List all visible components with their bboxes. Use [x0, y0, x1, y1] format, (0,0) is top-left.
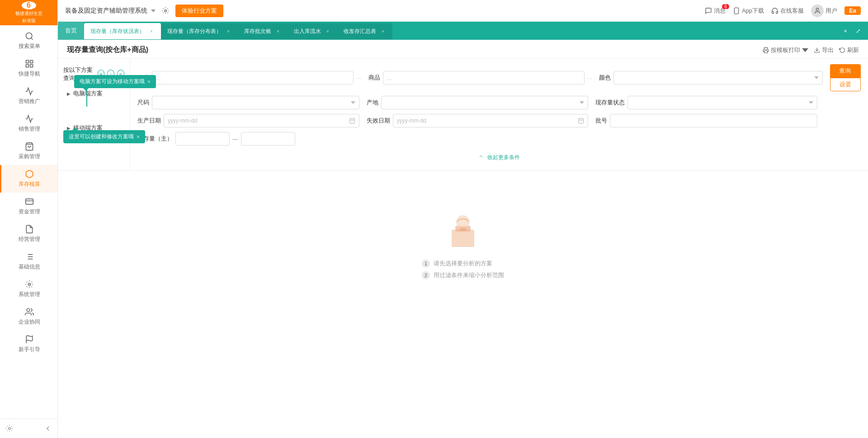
- settings-button[interactable]: [159, 5, 172, 17]
- inventory-main-input-start[interactable]: [175, 132, 230, 146]
- svg-point-15: [28, 283, 31, 286]
- sidebar-item-operation[interactable]: 经营管理: [0, 220, 57, 248]
- goods-label: 商品: [368, 74, 380, 82]
- sidebar-bottom: [0, 419, 57, 438]
- origin-select[interactable]: [381, 96, 589, 109]
- message-icon: [705, 7, 712, 14]
- top-header: 装备及固定资产辅助管理系统 体验行业方案 消息 6 App下载 在线客服: [58, 0, 868, 22]
- size-select[interactable]: [152, 96, 359, 109]
- tab-inout-flow[interactable]: 出入库流水 ×: [288, 23, 337, 39]
- production-date-input[interactable]: yyyy-mm-dd: [164, 114, 359, 127]
- sidebar-item-enterprise[interactable]: 企业协同: [0, 303, 57, 330]
- tab-inventory-dist[interactable]: 现存量（库存分布表） ×: [161, 23, 238, 39]
- user-avatar: [811, 5, 824, 17]
- online-support-action[interactable]: 在线客服: [771, 7, 804, 15]
- sidebar-item-sales[interactable]: 销售管理: [0, 110, 57, 137]
- tab-expand-icon[interactable]: ⤢: [854, 26, 863, 35]
- sidebar-item-inventory[interactable]: 库存核算: [0, 165, 57, 193]
- sidebar-item-system[interactable]: 系统管理: [0, 275, 57, 303]
- calendar-icon-2: [578, 118, 584, 124]
- empty-state: 1 请先选择要分析的方案 2 用过滤条件来缩小分析范围: [58, 171, 868, 316]
- tab-close-inventory-status[interactable]: ×: [148, 28, 155, 34]
- sidebar-item-guide[interactable]: 新手引导: [0, 330, 57, 358]
- sidebar-item-marketing[interactable]: 营销推广: [0, 82, 57, 110]
- page-header: 现存量查询(按仓库+商品) 按模板打印 导出 刷新: [58, 40, 868, 59]
- system-name-dropdown-icon[interactable]: [151, 9, 156, 12]
- logo-subtext: 标准版: [22, 18, 36, 24]
- filter-row-2: 尺码 产地: [137, 96, 861, 109]
- svg-point-16: [27, 309, 30, 312]
- sidebar-nav: 搜索菜单 快捷导航 营销推广 销售管理 采购管理 库存核算 资金管理 经营管理: [0, 25, 57, 419]
- tab-close-inout-flow[interactable]: ×: [325, 28, 331, 34]
- batch-no-group: 批号: [595, 114, 817, 127]
- svg-rect-7: [26, 199, 33, 204]
- tab-receivable-summary[interactable]: 收发存汇总表 ×: [337, 23, 392, 39]
- svg-rect-5: [30, 65, 33, 67]
- sidebar-item-basic[interactable]: 基础信息: [0, 248, 57, 275]
- settings-icon[interactable]: [5, 424, 14, 433]
- tooltip-create-scheme: 这里可以创建和修改方案哦 ×: [63, 130, 145, 143]
- header-left: 装备及固定资产辅助管理系统 体验行业方案: [65, 5, 699, 17]
- origin-dropdown-icon: [580, 101, 584, 104]
- color-dropdown-icon: [814, 76, 819, 79]
- inventory-main-input-end[interactable]: [241, 132, 295, 146]
- refresh-button[interactable]: 刷新: [839, 46, 859, 54]
- message-action[interactable]: 消息 6: [705, 7, 726, 15]
- svg-rect-2: [26, 61, 29, 63]
- pc-scheme-item[interactable]: ▶ 电脑端方案: [63, 88, 130, 99]
- goods-input[interactable]: ...: [383, 71, 585, 85]
- export-button[interactable]: 导出: [814, 46, 834, 54]
- search-button[interactable]: 查询: [830, 64, 861, 78]
- collapse-icon[interactable]: [44, 424, 52, 433]
- inventory-status-select[interactable]: [627, 96, 817, 109]
- user-action[interactable]: 用户: [811, 5, 837, 17]
- scheme-panel: 按以下方案查询 + ○ « 电脑方案可设为移动方案哦 × ▶ 电脑端方案: [58, 59, 130, 170]
- warehouse-dots[interactable]: ···: [356, 75, 361, 81]
- print-button[interactable]: 按模板打印: [763, 46, 808, 54]
- svg-point-18: [9, 428, 11, 430]
- svg-rect-20: [734, 8, 738, 14]
- svg-line-1: [31, 38, 33, 40]
- tab-close-batch-ledger[interactable]: ×: [275, 28, 281, 34]
- tooltip-pc-scheme: 电脑方案可设为移动方案哦 ×: [74, 75, 156, 88]
- goods-dots[interactable]: ···: [587, 75, 592, 81]
- arrow-expand2-icon: ▶: [67, 126, 71, 131]
- tab-close-inventory-dist[interactable]: ×: [225, 28, 231, 34]
- page-title: 现存量查询(按仓库+商品): [67, 45, 148, 55]
- inventory-status-group: 现存量状态: [595, 96, 817, 109]
- expiry-date-input[interactable]: yyyy-mm-dd: [393, 114, 589, 127]
- reset-button[interactable]: 设置: [830, 78, 861, 91]
- svg-rect-3: [30, 61, 33, 63]
- print-icon: [763, 47, 769, 53]
- sidebar-item-quick-nav[interactable]: 快捷导航: [0, 55, 57, 82]
- tab-inventory-status[interactable]: 现存量（库存状况表） ×: [84, 23, 161, 39]
- sidebar-item-purchase[interactable]: 采购管理: [0, 137, 57, 165]
- batch-no-input[interactable]: [610, 114, 817, 127]
- tab-batch-ledger[interactable]: 库存批次账 ×: [238, 23, 288, 39]
- production-date-group: 生产日期 yyyy-mm-dd: [137, 114, 359, 127]
- print-dropdown-icon: [802, 47, 808, 53]
- svg-point-19: [165, 9, 167, 12]
- warehouse-input[interactable]: ...: [152, 71, 354, 85]
- empty-tips: 1 请先选择要分析的方案 2 用过滤条件来缩小分析范围: [422, 259, 504, 279]
- color-label: 颜色: [599, 74, 611, 82]
- expiry-date-group: 失效日期 yyyy-mm-dd: [367, 114, 589, 127]
- color-select[interactable]: [613, 71, 823, 85]
- collapse-more-button[interactable]: 收起更多条件: [137, 150, 861, 165]
- inventory-main-dash: —: [232, 136, 238, 142]
- tooltip1-close[interactable]: ×: [147, 79, 151, 85]
- experience-button[interactable]: 体验行业方案: [175, 5, 223, 17]
- svg-rect-33: [452, 230, 474, 247]
- tooltip2-close[interactable]: ×: [137, 134, 140, 140]
- connector-line: [86, 89, 87, 107]
- app-download-action[interactable]: App下载: [733, 7, 764, 15]
- empty-tip-2: 2 用过滤条件来缩小分析范围: [422, 271, 504, 279]
- sidebar-item-finance[interactable]: 资金管理: [0, 193, 57, 220]
- filter-fields: 仓库 ... ··· 商品 ... ···: [130, 59, 868, 170]
- tab-close-receivable-summary[interactable]: ×: [380, 28, 386, 34]
- size-group: 尺码: [137, 96, 359, 109]
- tab-home[interactable]: 首页: [58, 22, 84, 40]
- sidebar-item-search[interactable]: 搜索菜单: [0, 27, 57, 55]
- filter-row-1: 仓库 ... ··· 商品 ... ···: [137, 64, 861, 91]
- tab-close-all-icon[interactable]: ×: [841, 26, 850, 35]
